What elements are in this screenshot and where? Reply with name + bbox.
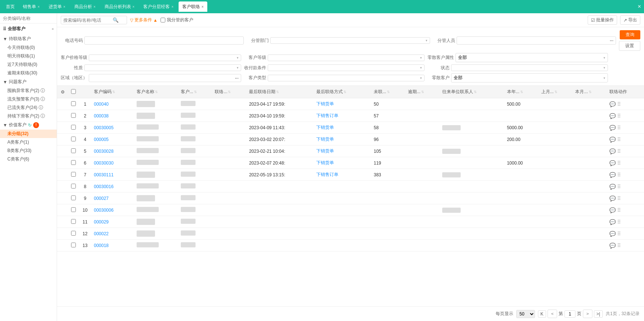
row-code[interactable]: 000038 — [92, 110, 134, 122]
grid-action-icon[interactable]: ⠿ — [617, 207, 621, 213]
th-overdue[interactable]: 逾期...⇅ — [406, 86, 440, 98]
row-checkbox[interactable] — [71, 231, 76, 236]
customer-type-select[interactable]: ▾ — [268, 75, 425, 81]
contact-type-link[interactable]: 下销售订单 — [316, 113, 338, 118]
row-checkbox[interactable] — [71, 137, 76, 141]
grid-action-icon[interactable]: ⠿ — [617, 160, 621, 166]
chat-icon[interactable]: 💬 — [609, 172, 616, 178]
query-button[interactable]: 查询 — [620, 30, 640, 39]
row-checkbox[interactable] — [71, 195, 76, 200]
row-code[interactable]: 000018 — [92, 240, 134, 251]
th-unit-contact[interactable]: 往来单位联系人⇅ — [440, 86, 505, 98]
row-code[interactable]: 00030006 — [92, 204, 134, 216]
row-checkbox[interactable] — [71, 172, 76, 177]
row-check[interactable] — [68, 157, 78, 169]
row-check[interactable] — [68, 169, 78, 181]
sidebar-item-classA[interactable]: A类客户(1) — [0, 138, 57, 147]
row-checkbox[interactable] — [71, 243, 76, 247]
close-icon[interactable]: × — [133, 5, 135, 9]
contact-type-link[interactable]: 下销货单 — [316, 125, 334, 130]
row-check[interactable] — [68, 216, 78, 228]
row-code[interactable]: 000022 — [92, 228, 134, 240]
row-check[interactable] — [68, 181, 78, 193]
th-this-month[interactable]: 本月...⇅ — [573, 86, 607, 98]
grid-action-icon[interactable]: ⠿ — [617, 231, 621, 237]
th-last-contact-type[interactable]: 最后联络方式⇅ — [314, 86, 372, 98]
row-checkbox[interactable] — [71, 125, 76, 130]
sidebar-item-churn-warning[interactable]: 流失预警客户(3) ⓘ — [0, 95, 57, 103]
first-page-button[interactable]: K — [538, 310, 546, 318]
row-check[interactable] — [68, 122, 78, 134]
close-icon[interactable]: × — [171, 5, 173, 9]
close-icon[interactable]: × — [94, 5, 96, 9]
sidebar-item-classC[interactable]: C类客户(6) — [0, 155, 57, 163]
grid-action-icon[interactable]: ⠿ — [617, 184, 621, 190]
th-last-month[interactable]: 上月...⇅ — [539, 86, 573, 98]
row-checkbox[interactable] — [71, 101, 76, 106]
price-level-select[interactable]: ▾ — [89, 54, 241, 61]
row-code[interactable]: 000027 — [92, 193, 134, 204]
sidebar-item-today[interactable]: 今天待联络(0) — [0, 43, 57, 52]
grid-action-icon[interactable]: ⠿ — [617, 137, 621, 142]
close-icon[interactable]: × — [38, 5, 40, 9]
sidebar-group-value[interactable]: ▼ 价值客户 ↻ ! — [0, 120, 57, 130]
nav-tab-analysis-list[interactable]: 商品分析列表 × — [101, 1, 138, 12]
nav-tab-customer-contact[interactable]: 客户联络 × — [179, 1, 207, 12]
sidebar-item-7days[interactable]: 近7天待联络(0) — [0, 60, 57, 69]
row-check[interactable] — [68, 240, 78, 251]
chat-icon[interactable]: 💬 — [609, 195, 616, 201]
sidebar-collapse-icon[interactable]: « — [52, 27, 54, 31]
row-code[interactable]: 00030005 — [92, 122, 134, 134]
reset-button[interactable]: 设置 — [619, 41, 640, 51]
grid-action-icon[interactable]: ⠿ — [617, 125, 621, 131]
more-conditions-btn[interactable]: ▽ 更多条件 ▲ — [130, 17, 158, 23]
grid-action-icon[interactable]: ⠿ — [617, 101, 621, 107]
row-code[interactable]: 000029 — [92, 216, 134, 228]
select-all-checkbox[interactable] — [71, 89, 76, 94]
sidebar-item-unclassified[interactable]: 未分组(32) — [0, 130, 57, 138]
row-code[interactable]: 00030016 — [92, 181, 134, 193]
prev-page-button[interactable]: ＜ — [548, 310, 557, 318]
row-check[interactable] — [68, 193, 78, 204]
contact-type-link[interactable]: 下销货单 — [316, 137, 334, 142]
window-close-button[interactable]: × — [638, 3, 641, 10]
row-check[interactable] — [68, 145, 78, 157]
sidebar-item-churned[interactable]: 已流失客户(24) ⓘ — [0, 103, 57, 112]
payment-select[interactable]: ▾ — [268, 64, 425, 71]
th-name[interactable]: 客户名称⇅ — [134, 86, 178, 98]
nav-tab-purchase[interactable]: 进货单 × — [45, 1, 69, 12]
contact-type-link[interactable]: 下销货单 — [316, 160, 334, 165]
my-customers-check[interactable] — [161, 18, 165, 22]
status-select[interactable]: ▾ — [451, 64, 608, 71]
main-search-icon[interactable]: 🔍 — [113, 17, 119, 23]
row-code[interactable]: 000005 — [92, 134, 134, 145]
grid-action-icon[interactable]: ⠿ — [617, 243, 621, 248]
main-search-input[interactable] — [63, 18, 111, 23]
per-page-select[interactable]: 50 20 100 — [516, 310, 535, 318]
close-icon[interactable]: × — [201, 5, 204, 9]
row-check[interactable] — [68, 134, 78, 145]
chat-icon[interactable]: 💬 — [609, 137, 616, 142]
sidebar-group-pending[interactable]: ▼ 待联络客户 — [0, 34, 57, 43]
contact-type-link[interactable]: 下销货单 — [316, 148, 334, 154]
chat-icon[interactable]: 💬 — [609, 113, 616, 119]
refresh-icon[interactable]: ↻ — [28, 123, 32, 128]
row-checkbox[interactable] — [71, 219, 76, 224]
sidebar-item-classB[interactable]: B类客户(33) — [0, 147, 57, 155]
next-page-button[interactable]: ＞ — [583, 310, 592, 318]
grid-action-icon[interactable]: ⠿ — [617, 195, 621, 201]
sidebar-item-tomorrow[interactable]: 明天待联络(1) — [0, 52, 57, 60]
chat-icon[interactable]: 💬 — [609, 219, 616, 225]
th-contact[interactable]: 联络...⇅ — [212, 86, 247, 98]
contact-type-link[interactable]: 下销售订单 — [316, 172, 338, 177]
row-code[interactable]: 00030028 — [92, 145, 134, 157]
chat-icon[interactable]: 💬 — [609, 160, 616, 166]
export-button[interactable]: ↗ 导出 — [620, 15, 640, 25]
sidebar-item-overdue[interactable]: 逾期未联络(30) — [0, 69, 57, 77]
chat-icon[interactable]: 💬 — [609, 101, 616, 107]
th-settings[interactable]: ⚙ — [57, 86, 68, 98]
customer-level-select[interactable]: ▾ — [268, 54, 425, 61]
batch-operation-button[interactable]: ☑ 批量操作 — [588, 15, 617, 25]
manager-more[interactable]: ··· — [457, 36, 616, 45]
my-customers-checkbox[interactable]: 我分管的客户 — [161, 17, 193, 23]
